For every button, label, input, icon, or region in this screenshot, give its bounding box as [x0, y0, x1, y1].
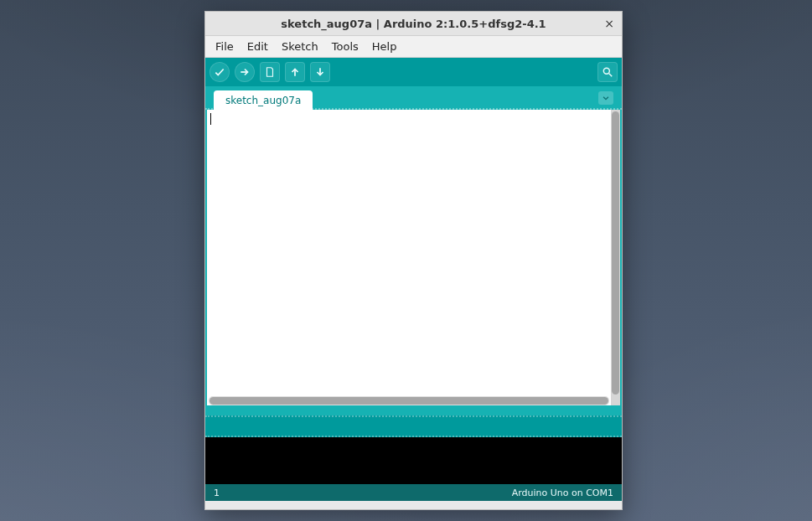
svg-point-3 — [603, 68, 609, 74]
tab-active[interactable]: sketch_aug07a — [214, 90, 313, 110]
arrow-up-icon — [289, 66, 301, 78]
magnifier-icon — [602, 66, 613, 78]
svg-line-4 — [609, 74, 613, 77]
serial-monitor-button[interactable] — [597, 62, 618, 82]
horizontal-scrollbar-thumb[interactable] — [209, 397, 608, 405]
status-bar — [205, 415, 622, 437]
arrow-down-icon — [314, 66, 326, 78]
vertical-scrollbar[interactable] — [611, 110, 620, 396]
horizontal-scroll-area — [205, 396, 622, 405]
board-port-label: Arduino Uno on COM1 — [512, 487, 613, 498]
menu-edit[interactable]: Edit — [244, 39, 272, 54]
vertical-scrollbar-thumb[interactable] — [612, 111, 619, 395]
output-console[interactable] — [205, 437, 622, 484]
file-icon — [264, 66, 276, 78]
menu-sketch[interactable]: Sketch — [278, 39, 322, 54]
tabstrip: sketch_aug07a — [205, 86, 622, 110]
verify-button[interactable] — [209, 62, 230, 82]
tab-menu-button[interactable] — [598, 91, 613, 105]
chevron-down-icon — [602, 94, 610, 102]
menubar: File Edit Sketch Tools Help — [205, 36, 622, 58]
close-icon: × — [604, 18, 614, 29]
line-number: 1 — [214, 487, 220, 498]
status-gap — [205, 405, 622, 415]
code-editor[interactable] — [205, 110, 622, 396]
upload-button[interactable] — [235, 62, 255, 82]
window-titlebar[interactable]: sketch_aug07a | Arduino 2:1.0.5+dfsg2-4.… — [205, 12, 622, 36]
window-title: sketch_aug07a | Arduino 2:1.0.5+dfsg2-4.… — [281, 18, 546, 30]
footer-bar: 1 Arduino Uno on COM1 — [205, 484, 622, 501]
check-icon — [214, 66, 225, 78]
arrow-right-icon — [239, 66, 251, 78]
new-sketch-button[interactable] — [260, 62, 280, 82]
arduino-ide-window: sketch_aug07a | Arduino 2:1.0.5+dfsg2-4.… — [204, 11, 623, 510]
tab-label: sketch_aug07a — [225, 95, 301, 106]
open-sketch-button[interactable] — [285, 62, 305, 82]
scrollbar-corner — [611, 396, 620, 405]
menu-help[interactable]: Help — [369, 39, 401, 54]
text-caret — [210, 113, 211, 125]
menu-file[interactable]: File — [212, 39, 237, 54]
menu-tools[interactable]: Tools — [328, 39, 362, 54]
editor-content[interactable] — [207, 110, 611, 396]
save-sketch-button[interactable] — [310, 62, 330, 82]
toolbar — [205, 58, 622, 86]
horizontal-scrollbar[interactable] — [209, 396, 609, 405]
desktop-background: sketch_aug07a | Arduino 2:1.0.5+dfsg2-4.… — [0, 0, 812, 521]
window-close-button[interactable]: × — [602, 16, 617, 31]
